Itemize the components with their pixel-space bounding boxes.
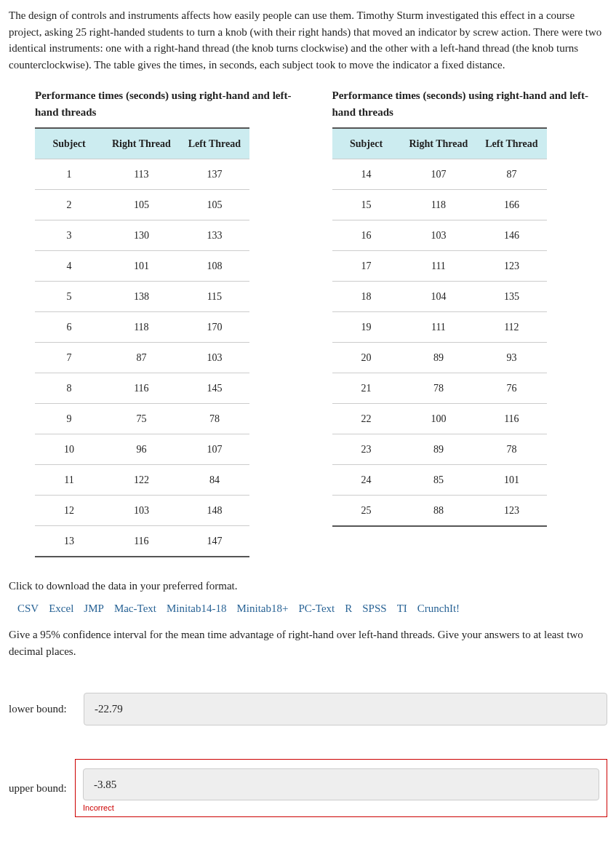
table-1-caption: Performance times (seconds) using right-… (35, 87, 311, 120)
table-cell: 25 (332, 496, 401, 527)
table-cell: 12 (35, 496, 103, 526)
table-row: 8116145 (35, 373, 249, 404)
upper-bound-input[interactable]: -3.85 (83, 768, 599, 801)
table-cell: 103 (180, 343, 249, 373)
table-cell: 104 (401, 282, 477, 312)
table-cell: 100 (401, 404, 477, 434)
table-1-wrap: Performance times (seconds) using right-… (35, 87, 311, 557)
download-link-r[interactable]: R (345, 603, 352, 614)
table-cell: 116 (103, 373, 180, 404)
table-row: 5138115 (35, 282, 249, 312)
data-table-1: Subject Right Thread Left Thread 1113137… (35, 127, 249, 557)
table-cell: 108 (180, 251, 249, 282)
table-cell: 166 (476, 190, 546, 220)
download-link-excel[interactable]: Excel (49, 603, 73, 614)
table-cell: 78 (476, 434, 546, 465)
table-cell: 133 (180, 220, 249, 251)
col-left: Left Thread (476, 128, 546, 159)
table-cell: 15 (332, 190, 401, 220)
table-cell: 78 (180, 404, 249, 434)
table-cell: 115 (180, 282, 249, 312)
download-text: Click to download the data in your prefe… (9, 578, 607, 595)
table-cell: 11 (35, 465, 103, 496)
question-text: Give a 95% confidence interval for the m… (9, 627, 607, 659)
table-cell: 8 (35, 373, 103, 404)
tables-container: Performance times (seconds) using right-… (35, 87, 607, 557)
download-link-minitab18-[interactable]: Minitab18+ (236, 603, 288, 614)
table-cell: 123 (476, 251, 546, 282)
data-table-2: Subject Right Thread Left Thread 1410787… (332, 127, 547, 527)
table-row: 217876 (332, 373, 547, 404)
incorrect-label: Incorrect (83, 802, 114, 814)
col-right: Right Thread (103, 128, 180, 159)
download-link-ti[interactable]: TI (397, 603, 407, 614)
download-link-mac-text[interactable]: Mac-Text (114, 603, 156, 614)
table-cell: 10 (35, 434, 103, 465)
table-cell: 5 (35, 282, 103, 312)
table-row: 2588123 (332, 496, 547, 527)
table-cell: 118 (401, 190, 477, 220)
table-cell: 107 (180, 434, 249, 465)
table-cell: 2 (35, 190, 103, 220)
table-row: 12103148 (35, 496, 249, 526)
table-cell: 89 (401, 343, 477, 373)
table-cell: 105 (103, 190, 180, 220)
download-link-jmp[interactable]: JMP (84, 603, 104, 614)
table-2-wrap: Performance times (seconds) using right-… (332, 87, 608, 557)
table-cell: 21 (332, 373, 401, 404)
table-cell: 1 (35, 159, 103, 190)
table-cell: 17 (332, 251, 401, 282)
table-cell: 3 (35, 220, 103, 251)
table-cell: 24 (332, 465, 401, 496)
table-row: 22100116 (332, 404, 547, 434)
table-cell: 118 (103, 312, 180, 343)
table-cell: 88 (401, 496, 477, 527)
table-cell: 19 (332, 312, 401, 343)
table-cell: 78 (401, 373, 477, 404)
download-link-csv[interactable]: CSV (17, 603, 39, 614)
table-cell: 22 (332, 404, 401, 434)
download-link-minitab14-18[interactable]: Minitab14-18 (167, 603, 227, 614)
table-cell: 76 (476, 373, 546, 404)
table-row: 208993 (332, 343, 547, 373)
table-cell: 116 (476, 404, 546, 434)
table-row: 19111112 (332, 312, 547, 343)
col-subject: Subject (332, 128, 401, 159)
table-cell: 138 (103, 282, 180, 312)
table-cell: 23 (332, 434, 401, 465)
col-right: Right Thread (401, 128, 477, 159)
table-cell: 87 (103, 343, 180, 373)
table-cell: 89 (401, 434, 477, 465)
table-cell: 7 (35, 343, 103, 373)
table-cell: 111 (401, 312, 477, 343)
table-cell: 103 (103, 496, 180, 526)
table-row: 1096107 (35, 434, 249, 465)
table-row: 4101108 (35, 251, 249, 282)
table-cell: 85 (401, 465, 477, 496)
table-cell: 105 (180, 190, 249, 220)
table-cell: 123 (476, 496, 546, 527)
table-row: 238978 (332, 434, 547, 465)
table-cell: 146 (476, 220, 546, 251)
table-row: 1113137 (35, 159, 249, 190)
problem-intro: The design of controls and instruments a… (9, 7, 607, 73)
col-left: Left Thread (180, 128, 249, 159)
table-cell: 96 (103, 434, 180, 465)
download-links: CSVExcelJMPMac-TextMinitab14-18Minitab18… (17, 600, 607, 617)
table-cell: 4 (35, 251, 103, 282)
table-cell: 18 (332, 282, 401, 312)
table-row: 16103146 (332, 220, 547, 251)
col-subject: Subject (35, 128, 103, 159)
table-row: 17111123 (332, 251, 547, 282)
table-cell: 101 (476, 465, 546, 496)
table-cell: 6 (35, 312, 103, 343)
table-cell: 113 (103, 159, 180, 190)
table-cell: 84 (180, 465, 249, 496)
upper-bound-row: upper bound: -3.85 Incorrect (9, 759, 607, 818)
table-row: 2485101 (332, 465, 547, 496)
download-link-pc-text[interactable]: PC-Text (298, 603, 335, 614)
table-cell: 14 (332, 159, 401, 190)
lower-bound-input[interactable]: -22.79 (84, 693, 607, 725)
download-link-crunchit-[interactable]: CrunchIt! (417, 603, 460, 614)
download-link-spss[interactable]: SPSS (362, 603, 386, 614)
